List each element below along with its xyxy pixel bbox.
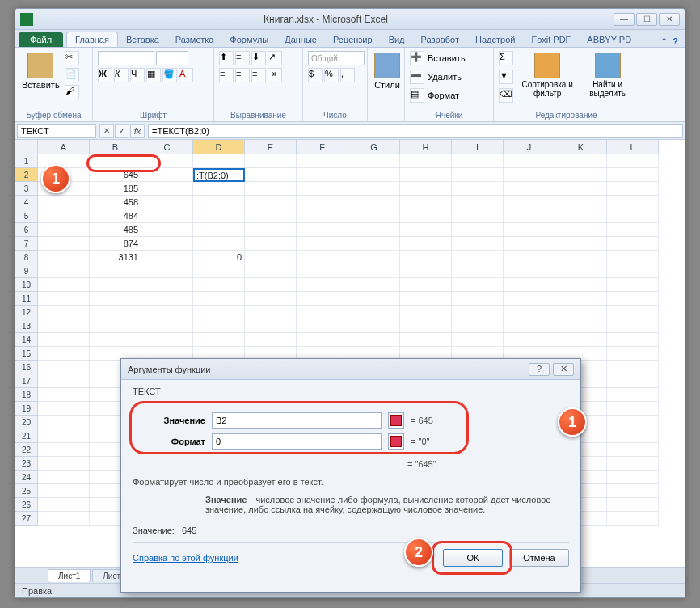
cell[interactable] (245, 292, 297, 306)
cell[interactable] (452, 333, 504, 347)
styles-button[interactable]: Стили (373, 51, 402, 91)
tab-home[interactable]: Главная (66, 32, 118, 47)
col-header[interactable]: J (504, 140, 555, 154)
cell[interactable] (607, 443, 659, 457)
cell[interactable] (607, 361, 659, 374)
cell[interactable]: 645 (90, 168, 141, 182)
tab-foxit[interactable]: Foxit PDF (523, 32, 579, 47)
cell[interactable] (555, 154, 607, 168)
cell[interactable] (452, 209, 504, 223)
cell[interactable] (90, 319, 141, 333)
cell[interactable] (297, 333, 348, 347)
cell[interactable] (607, 402, 659, 416)
cell[interactable] (245, 251, 297, 264)
cell[interactable] (193, 278, 245, 292)
cell[interactable]: :Т(B2;0) (193, 168, 245, 182)
cell[interactable] (245, 154, 297, 168)
cell[interactable] (297, 182, 348, 196)
cell[interactable] (90, 306, 141, 319)
cell[interactable] (297, 278, 348, 292)
tab-view[interactable]: Вид (381, 32, 413, 47)
cell[interactable] (607, 154, 659, 168)
cell[interactable] (607, 498, 659, 512)
cell[interactable] (504, 292, 555, 306)
cell[interactable] (141, 306, 193, 319)
row-header[interactable]: 27 (15, 512, 38, 526)
cell[interactable] (348, 223, 400, 237)
cell[interactable] (297, 196, 348, 209)
tab-developer[interactable]: Разработ (413, 32, 467, 47)
row-header[interactable]: 20 (15, 416, 38, 429)
dialog-help-button[interactable]: ? (529, 363, 550, 376)
cell[interactable] (38, 498, 90, 512)
cell[interactable] (555, 168, 607, 182)
cell[interactable] (504, 251, 555, 264)
cell[interactable] (504, 237, 555, 251)
cell[interactable] (297, 154, 348, 168)
cell[interactable] (607, 333, 659, 347)
cell[interactable] (193, 264, 245, 278)
cell[interactable] (452, 168, 504, 182)
format-cells[interactable]: ▤Формат (410, 88, 466, 103)
cell[interactable] (607, 374, 659, 388)
cell[interactable] (607, 347, 659, 361)
bold-button[interactable]: Ж (98, 68, 112, 82)
row-header[interactable]: 19 (15, 402, 38, 416)
cell[interactable] (245, 182, 297, 196)
fill-color-button[interactable]: 🪣 (162, 68, 177, 82)
cell[interactable] (348, 306, 400, 319)
cell[interactable] (452, 237, 504, 251)
paste-button[interactable]: Вставить (20, 51, 61, 91)
cell[interactable] (400, 264, 452, 278)
cell[interactable] (452, 251, 504, 264)
fx-icon[interactable]: fx (130, 124, 145, 138)
col-header[interactable]: L (607, 140, 659, 154)
align-center[interactable]: ≡ (235, 68, 250, 82)
align-right[interactable]: ≡ (251, 68, 266, 82)
close-button[interactable]: ✕ (659, 13, 680, 26)
row-header[interactable]: 2 (15, 168, 38, 182)
cell[interactable] (141, 223, 193, 237)
cell[interactable] (555, 209, 607, 223)
number-format[interactable]: Общий (308, 51, 365, 65)
ok-button[interactable]: ОК (443, 549, 503, 567)
row-header[interactable]: 23 (15, 457, 38, 471)
cell[interactable] (504, 168, 555, 182)
sort-filter-button[interactable]: Сортировка и фильтр (517, 51, 578, 99)
cell[interactable] (607, 168, 659, 182)
orientation[interactable]: ↗ (268, 51, 282, 65)
cell[interactable]: 0 (193, 251, 245, 264)
cell[interactable] (400, 292, 452, 306)
row-header[interactable]: 16 (15, 361, 38, 374)
cell[interactable] (400, 182, 452, 196)
cell[interactable] (555, 237, 607, 251)
cell[interactable] (141, 251, 193, 264)
cell[interactable] (141, 209, 193, 223)
sheet-tab[interactable]: Лист1 (48, 569, 91, 582)
cell[interactable] (400, 319, 452, 333)
cell[interactable] (452, 278, 504, 292)
cell[interactable] (607, 196, 659, 209)
col-header[interactable]: C (141, 140, 193, 154)
cell[interactable] (348, 292, 400, 306)
cancel-formula-icon[interactable]: ✕ (99, 124, 114, 138)
cell[interactable] (38, 374, 90, 388)
row-header[interactable]: 15 (15, 347, 38, 361)
row-header[interactable]: 24 (15, 471, 38, 484)
cell[interactable] (504, 196, 555, 209)
cell[interactable] (348, 182, 400, 196)
align-left[interactable]: ≡ (219, 68, 234, 82)
cell[interactable] (245, 196, 297, 209)
cell[interactable] (555, 182, 607, 196)
name-box[interactable]: ТЕКСТ (17, 124, 96, 138)
cell[interactable] (193, 292, 245, 306)
cell[interactable] (555, 306, 607, 319)
cell[interactable] (297, 292, 348, 306)
cell[interactable] (555, 264, 607, 278)
cell[interactable] (141, 292, 193, 306)
cell[interactable] (607, 251, 659, 264)
cell[interactable] (504, 223, 555, 237)
cell[interactable] (38, 402, 90, 416)
arg2-input[interactable] (212, 433, 382, 450)
find-select-button[interactable]: Найти и выделить (581, 51, 634, 99)
